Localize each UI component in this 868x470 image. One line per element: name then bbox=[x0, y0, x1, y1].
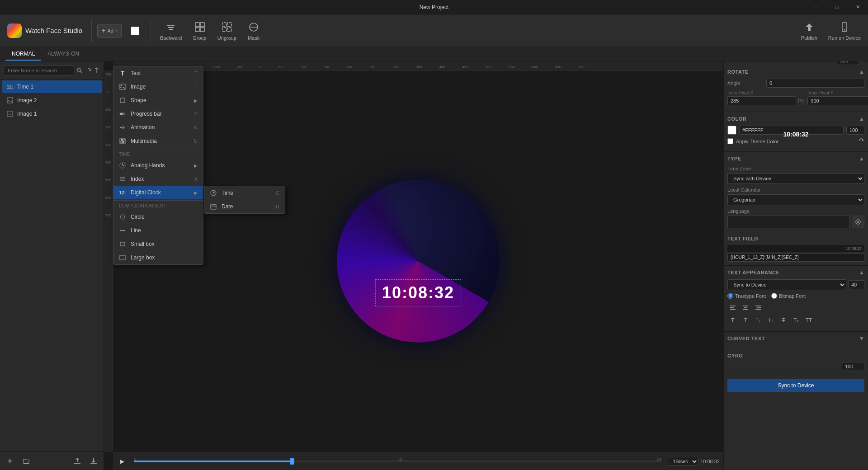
menu-item-digital-clock[interactable]: 12: Digital Clock ▶ Time C bbox=[113, 186, 203, 199]
shape-icon bbox=[119, 97, 126, 104]
language-settings-button[interactable] bbox=[852, 216, 864, 228]
menu-item-large-box[interactable]: Large box bbox=[113, 251, 203, 264]
pivot-x-input[interactable] bbox=[727, 96, 796, 105]
search-input[interactable] bbox=[4, 66, 74, 75]
curved-text-title: CURVED TEXT bbox=[727, 336, 765, 341]
angle-label: Angle bbox=[727, 80, 764, 86]
all-caps-button[interactable]: TT bbox=[803, 315, 814, 326]
svg-rect-7 bbox=[222, 28, 226, 32]
run-on-device-button[interactable]: Run on Device bbox=[825, 19, 864, 42]
svg-rect-0 bbox=[131, 27, 139, 35]
timezone-select[interactable]: Sync with Device bbox=[727, 173, 864, 184]
gyro-section-2: GYRO bbox=[724, 349, 868, 375]
font-size-input[interactable] bbox=[848, 280, 864, 289]
h-value-input[interactable] bbox=[837, 61, 859, 65]
menu-item-shape-label: Shape bbox=[131, 97, 189, 103]
toolbar: Watch Face Studio + Ad ▾ Backward Group … bbox=[0, 14, 868, 47]
menu-item-index[interactable]: Index X bbox=[113, 172, 203, 186]
tab-always-on[interactable]: ALWAYS-ON bbox=[41, 48, 85, 61]
download-button[interactable] bbox=[87, 455, 100, 467]
maximize-button[interactable]: □ bbox=[826, 0, 847, 14]
angle-input[interactable] bbox=[766, 79, 864, 88]
rotate-header[interactable]: ROTATE ▲ bbox=[727, 69, 864, 75]
svg-line-13 bbox=[80, 71, 82, 73]
layer-item-image2[interactable]: Image 2 bbox=[2, 94, 102, 107]
tab-normal[interactable]: NORMAL bbox=[5, 48, 41, 61]
backward-button[interactable]: Backward bbox=[156, 19, 185, 42]
add-button[interactable]: + Ad ▾ bbox=[97, 24, 122, 38]
close-button[interactable]: ✕ bbox=[847, 0, 868, 14]
color-header[interactable]: COLOR ▲ bbox=[727, 116, 864, 122]
menu-item-progress[interactable]: Progress bar P bbox=[113, 107, 203, 121]
bitmap-radio-label[interactable]: Bitmap Font bbox=[771, 293, 806, 299]
menu-item-image[interactable]: Image I bbox=[113, 80, 203, 94]
submenu-date[interactable]: Date D bbox=[204, 200, 285, 213]
group-button[interactable]: Group bbox=[189, 19, 210, 42]
mask-button[interactable]: Mask bbox=[244, 19, 264, 42]
gyro-section-2-header[interactable]: GYRO bbox=[727, 353, 864, 358]
menu-item-circle[interactable]: Circle bbox=[113, 210, 203, 224]
pivot-y-input[interactable] bbox=[807, 96, 868, 105]
text-appearance-header[interactable]: TEXT APPEARANCE ▲ bbox=[727, 269, 864, 276]
text-appearance-title: TEXT APPEARANCE bbox=[727, 270, 779, 275]
subscript-button[interactable]: T↓ bbox=[753, 315, 764, 326]
submenu-time[interactable]: Time C bbox=[204, 186, 285, 200]
type-header[interactable]: TYPE ▲ bbox=[727, 155, 864, 162]
language-input[interactable] bbox=[727, 216, 850, 228]
add-layer-button[interactable] bbox=[4, 455, 16, 467]
curved-text-header[interactable]: CURVED TEXT ▼ bbox=[727, 335, 864, 342]
layer-item-time1[interactable]: 12: Time 1 bbox=[2, 80, 102, 93]
gyro-value-input[interactable] bbox=[842, 362, 864, 371]
upload-button[interactable] bbox=[71, 455, 84, 467]
menu-item-small-box[interactable]: Small box bbox=[113, 237, 203, 251]
align-center-button[interactable] bbox=[740, 302, 751, 313]
analog-icon bbox=[119, 162, 126, 169]
refresh-button[interactable] bbox=[85, 64, 91, 77]
bitmap-radio[interactable] bbox=[771, 293, 777, 299]
truetype-radio[interactable] bbox=[727, 293, 733, 299]
line-icon bbox=[119, 227, 126, 234]
font-select[interactable]: Sync to Device bbox=[727, 279, 846, 290]
clock-icon bbox=[210, 189, 217, 197]
menu-item-analog[interactable]: Analog Hands ▶ bbox=[113, 159, 203, 172]
local-calendar-select[interactable]: Gregorian bbox=[727, 194, 864, 205]
align-left-button[interactable] bbox=[727, 302, 738, 313]
strikethrough-button[interactable]: T bbox=[778, 315, 789, 326]
publish-button[interactable]: Publish bbox=[797, 19, 821, 42]
gyro-value-row bbox=[727, 362, 864, 371]
italic-button[interactable]: T bbox=[740, 315, 751, 326]
ruler-mark: 700 bbox=[578, 66, 584, 69]
align-right-button[interactable] bbox=[753, 302, 764, 313]
menu-item-animation[interactable]: Animation N bbox=[113, 121, 203, 134]
complication-section-label: Complication Slot bbox=[113, 202, 203, 210]
canvas-button[interactable] bbox=[125, 23, 145, 39]
text-field-input[interactable] bbox=[727, 253, 864, 262]
sort-button[interactable] bbox=[93, 64, 100, 77]
search-button[interactable] bbox=[76, 64, 83, 77]
color-swatch[interactable] bbox=[727, 126, 736, 135]
menu-item-text[interactable]: T Text T bbox=[113, 66, 203, 80]
superscript-button[interactable]: T↑ bbox=[765, 315, 776, 326]
menu-item-line[interactable]: Line bbox=[113, 224, 203, 237]
minimize-button[interactable]: — bbox=[806, 0, 826, 14]
timeline-controls: ▶ bbox=[113, 456, 131, 467]
ungroup-button[interactable]: Ungroup bbox=[214, 19, 240, 42]
sync-colors-icon[interactable] bbox=[858, 137, 864, 145]
color-opacity-input[interactable] bbox=[846, 126, 864, 135]
ruler-mark: 250 bbox=[369, 66, 375, 69]
bold-button[interactable]: T bbox=[727, 315, 738, 326]
truetype-radio-label[interactable]: Truetype Font bbox=[727, 293, 766, 299]
canvas-area[interactable]: -300 -250 -200 -150 -100 -50 0 50 100 15… bbox=[104, 61, 723, 470]
speed-select[interactable]: 1S/sec 2S/sec bbox=[668, 457, 698, 466]
brand-name: Watch Face Studio bbox=[25, 27, 82, 34]
layer-name-image2: Image 2 bbox=[17, 97, 37, 103]
small-caps-button[interactable]: Tt bbox=[791, 315, 802, 326]
menu-item-multimedia[interactable]: Multimedia U bbox=[113, 134, 203, 148]
play-button[interactable]: ▶ bbox=[117, 456, 127, 467]
folder-button[interactable] bbox=[20, 455, 33, 467]
sync-to-device-button[interactable]: Sync to Device bbox=[727, 379, 864, 392]
menu-item-shape[interactable]: Shape ▶ bbox=[113, 94, 203, 107]
apply-theme-checkbox[interactable] bbox=[727, 138, 733, 144]
left-panel: 12: Time 1 Image 2 Image 1 bbox=[0, 61, 104, 470]
layer-item-image1[interactable]: Image 1 bbox=[2, 108, 102, 120]
